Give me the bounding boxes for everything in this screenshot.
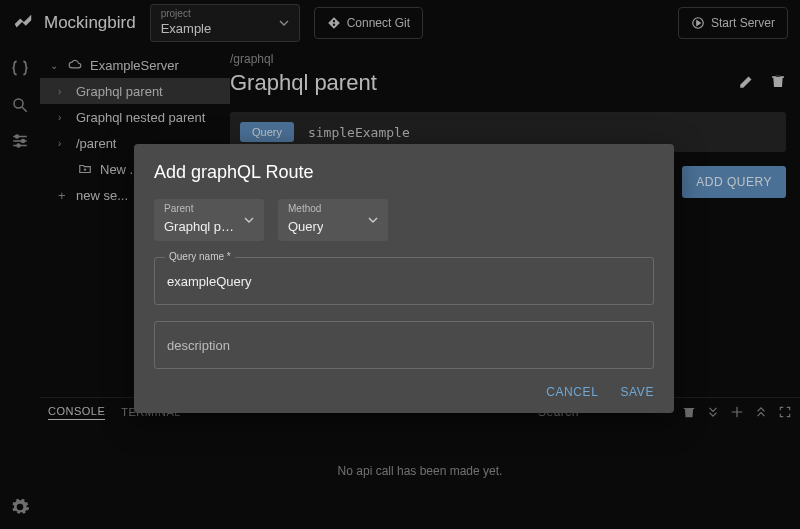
modal-title: Add graphQL Route xyxy=(154,162,654,183)
chevron-down-icon xyxy=(244,215,254,225)
modal-query-name-label: Query name * xyxy=(165,251,235,262)
add-route-modal: Add graphQL Route Parent Graphql par... … xyxy=(134,144,674,413)
modal-method-label: Method xyxy=(288,203,321,214)
modal-method-value: Query xyxy=(288,219,323,234)
chevron-down-icon xyxy=(368,215,378,225)
modal-description-placeholder: description xyxy=(167,338,230,353)
modal-parent-value: Graphql par... xyxy=(164,219,236,234)
modal-parent-select[interactable]: Parent Graphql par... xyxy=(154,199,264,241)
modal-parent-label: Parent xyxy=(164,203,193,214)
modal-save-button[interactable]: SAVE xyxy=(620,385,654,399)
modal-query-name-value: exampleQuery xyxy=(167,274,252,289)
modal-query-name-field[interactable]: Query name * exampleQuery xyxy=(154,257,654,305)
modal-cancel-button[interactable]: CANCEL xyxy=(546,385,598,399)
modal-description-field[interactable]: description xyxy=(154,321,654,369)
modal-method-select[interactable]: Method Query xyxy=(278,199,388,241)
